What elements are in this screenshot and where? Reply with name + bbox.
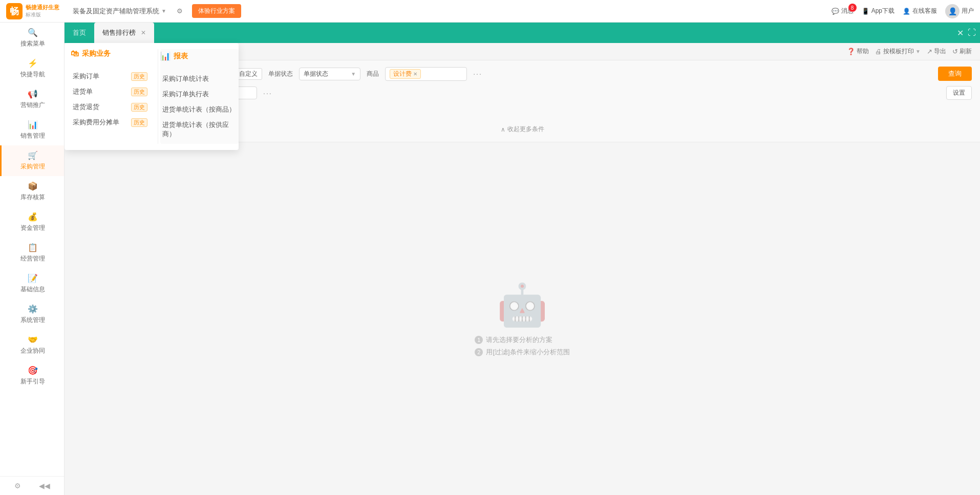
operations-icon: 📋 (28, 243, 38, 252)
guide-icon: 🎯 (28, 365, 38, 375)
report-item-0[interactable]: 采购订单统计表 (160, 71, 239, 87)
hint-number-2: 2 (475, 348, 483, 356)
user-area[interactable]: 👤 用户 (945, 4, 974, 18)
app-download-btn[interactable]: 📱 App下载 (862, 7, 894, 15)
top-bar: 畅 畅捷通好生意 标准版 装备及固定资产辅助管理系统 ▼ ⚙ 体验行业方案 💬 … (0, 0, 980, 23)
top-right-area: 💬 消息 8 📱 App下载 👤 在线客服 👤 用户 (832, 4, 974, 18)
refresh-icon: ↺ (952, 48, 958, 55)
logo-subtitle: 标准版 (26, 11, 59, 18)
system-title: 装备及固定资产辅助管理系统 ▼ (73, 7, 168, 16)
tab-bar-close-icon[interactable]: ✕ (957, 28, 964, 38)
message-badge: 8 (848, 4, 857, 12)
history-badge-0: 历史 (131, 72, 147, 81)
system-dropdown-arrow[interactable]: ▼ (161, 8, 166, 14)
purchase-col-title: 🛍 采购业务 (71, 49, 150, 62)
sidebar-item-guide[interactable]: 🎯 新手引导 (0, 360, 64, 391)
tab-bar: 首页 销售排行榜 ✕ ✕ ⛶ 🛍 采购业务 (65, 23, 980, 43)
tab-bar-expand-icon[interactable]: ⛶ (968, 28, 976, 37)
sidebar-item-inventory[interactable]: 📦 库存核算 (0, 176, 64, 207)
purchase-icon: 🛒 (28, 150, 38, 160)
online-service-btn[interactable]: 👤 在线客服 (903, 7, 937, 15)
tab-close-icon[interactable]: ✕ (141, 29, 146, 36)
help-btn[interactable]: ❓ 帮助 (847, 47, 869, 56)
sidebar: 🔍 搜索菜单 ⚡ 快捷导航 📢 营销推广 📊 销售管理 🛒 采购管理 📦 (0, 23, 65, 495)
settings-gear-btn[interactable]: ⚙ (173, 4, 187, 18)
query-button[interactable]: 查询 (938, 67, 972, 81)
status-dropdown-arrow: ▼ (351, 71, 356, 77)
print-icon: 🖨 (875, 48, 882, 55)
report-item-2[interactable]: 进货单统计表（按商品） (160, 102, 239, 117)
inventory-icon: 📦 (28, 181, 38, 191)
tab-sales-ranking[interactable]: 销售排行榜 ✕ (94, 23, 154, 43)
marketing-icon: 📢 (28, 89, 38, 99)
goods-tag: 设计费 ✕ (390, 69, 421, 79)
return-goods-item[interactable]: 进货退货 历史 (71, 99, 150, 115)
report-col: 📊 报表 采购订单统计表 采购订单执行表 进货单统计表（按商品） (160, 49, 239, 144)
system-icon: ⚙️ (28, 304, 38, 314)
logo-area: 畅 畅捷通好生意 标准版 (6, 3, 71, 19)
dropdown-divider (158, 49, 158, 144)
purchase-dropdown-menu: 🛍 采购业务 采购订单 历史 进货单 历史 进货退货 (65, 43, 239, 150)
empty-hint-1: 1 请先选择要分析的方案 (475, 335, 569, 345)
settings-button[interactable]: 设置 (946, 86, 972, 100)
collapse-arrow-icon: ∧ (501, 126, 505, 133)
enterprise-icon: 🤝 (28, 335, 38, 345)
logo-title: 畅捷通好生意 (26, 4, 59, 11)
purchase-fee-item[interactable]: 采购费用分摊单 历史 (71, 115, 150, 130)
logo-icon: 畅 (6, 3, 23, 19)
goods-tag-close[interactable]: ✕ (413, 71, 417, 77)
history-badge-3: 历史 (131, 118, 147, 127)
sidebar-item-sales[interactable]: 📊 销售管理 (0, 115, 64, 145)
sidebar-item-system[interactable]: ⚙️ 系统管理 (0, 299, 64, 330)
sidebar-item-search[interactable]: 🔍 搜索菜单 (0, 23, 64, 53)
sidebar-item-enterprise[interactable]: 🤝 企业协同 (0, 330, 64, 360)
main-area: 🔍 搜索菜单 ⚡ 快捷导航 📢 营销推广 📊 销售管理 🛒 采购管理 📦 (0, 23, 980, 495)
report-col-icon: 📊 (160, 51, 171, 61)
goods-select[interactable]: 设计费 ✕ (385, 67, 467, 81)
sidebar-item-operations[interactable]: 📋 经营管理 (0, 238, 64, 268)
refresh-btn[interactable]: ↺ 刷新 (952, 47, 972, 56)
sidebar-collapse-btn[interactable]: ◀◀ (39, 482, 50, 490)
avatar: 👤 (945, 4, 960, 18)
report-item-3[interactable]: 进货单统计表（按供应商） (160, 117, 239, 142)
sidebar-settings-btn[interactable]: ⚙ (14, 482, 21, 490)
sidebar-item-finance[interactable]: 💰 资金管理 (0, 207, 64, 238)
purchase-order-item[interactable]: 采购订单 历史 (71, 69, 150, 84)
salesperson-more-btn[interactable]: ··· (263, 89, 272, 97)
quick-nav-icon: ⚡ (28, 58, 38, 68)
finance-icon: 💰 (28, 212, 38, 222)
sidebar-item-marketing[interactable]: 📢 营销推广 (0, 84, 64, 115)
sidebar-bottom: ⚙ ◀◀ (0, 476, 64, 495)
help-icon: ❓ (847, 48, 855, 55)
history-badge-2: 历史 (131, 103, 147, 112)
trial-button[interactable]: 体验行业方案 (192, 4, 241, 18)
empty-text: 1 请先选择要分析的方案 2 用[过滤]条件来缩小分析范围 (475, 335, 569, 357)
app-container: 畅 畅捷通好生意 标准版 装备及固定资产辅助管理系统 ▼ ⚙ 体验行业方案 💬 … (0, 0, 980, 495)
tab-home[interactable]: 首页 (65, 23, 94, 43)
print-btn[interactable]: 🖨 按模板打印 ▼ (875, 47, 921, 56)
history-badge-1: 历史 (131, 88, 147, 96)
sidebar-item-purchase[interactable]: 🛒 采购管理 (0, 145, 64, 176)
purchase-col: 🛍 采购业务 采购订单 历史 进货单 历史 进货退货 (65, 49, 156, 144)
status-select[interactable]: 单据状态 ▼ (299, 68, 360, 80)
basic-info-icon: 📝 (28, 273, 38, 283)
message-btn[interactable]: 💬 消息 8 (832, 7, 854, 15)
search-menu-icon: 🔍 (28, 28, 38, 37)
report-item-1[interactable]: 采购订单执行表 (160, 87, 239, 102)
empty-illustration: 🤖 (497, 281, 548, 329)
empty-state: 🤖 1 请先选择要分析的方案 2 用[过滤]条件来缩小分析范围 (65, 142, 980, 495)
hint-number-1: 1 (475, 336, 483, 344)
goods-filter-label: 商品 (367, 70, 379, 78)
status-filter-label: 单据状态 (268, 70, 293, 78)
message-icon: 💬 (832, 8, 839, 15)
goods-more-btn[interactable]: ··· (473, 70, 482, 78)
content-area: 首页 销售排行榜 ✕ ✕ ⛶ 🛍 采购业务 (65, 23, 980, 495)
export-icon: ↗ (927, 48, 932, 55)
sidebar-item-quick-nav[interactable]: ⚡ 快捷导航 (0, 53, 64, 84)
sidebar-item-basic-info[interactable]: 📝 基础信息 (0, 268, 64, 299)
export-btn[interactable]: ↗ 导出 (927, 47, 946, 56)
inbound-order-item[interactable]: 进货单 历史 (71, 84, 150, 99)
purchase-col-icon: 🛍 (71, 49, 79, 58)
tab-bar-end: ✕ ⛶ (957, 28, 980, 38)
date-quick-custom[interactable]: 自定义 (235, 68, 262, 80)
